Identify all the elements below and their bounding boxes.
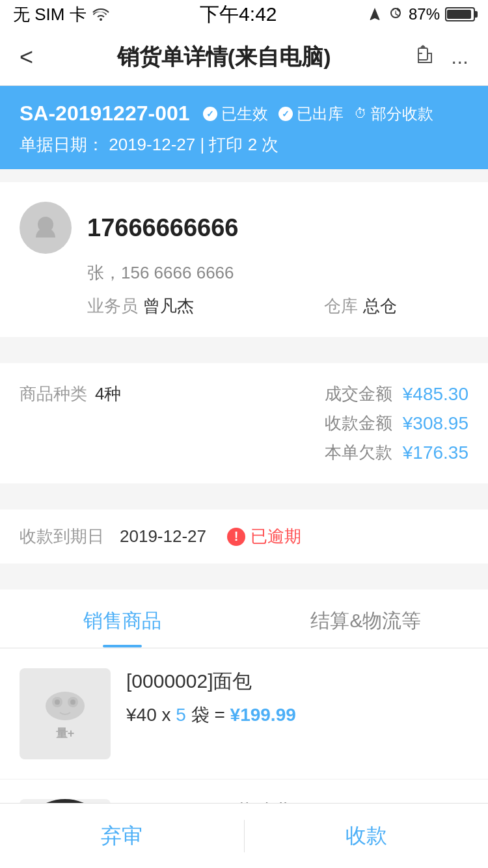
status-effective: 已生效 bbox=[203, 103, 268, 124]
divider-3 bbox=[0, 563, 488, 576]
customer-section: 17666666666 张，156 6666 6666 业务员 曾凡杰 仓库 总… bbox=[0, 182, 488, 337]
battery-text: 87% bbox=[409, 5, 440, 23]
received-label: 收款金额 bbox=[325, 412, 392, 435]
due-date-section: 收款到期日 2019-12-27 ! 已逾期 bbox=[0, 509, 488, 563]
cancel-button[interactable]: 弃审 bbox=[0, 809, 244, 863]
status-left: 无 SIM 卡 bbox=[13, 3, 110, 26]
battery-icon bbox=[445, 7, 475, 21]
product-total-1: ¥199.99 bbox=[230, 705, 296, 725]
order-banner: SA-20191227-001 已生效 已出库 ⏱ 部分收款 单据日期： 201… bbox=[0, 86, 488, 169]
product-unit-1: 袋 bbox=[191, 705, 210, 725]
product-price-row-1: ¥40 x 5 袋 = ¥199.99 bbox=[126, 703, 468, 727]
sales-value: 曾凡杰 bbox=[143, 295, 194, 318]
debt-row: 本单欠款 ¥176.35 bbox=[325, 441, 468, 464]
product-qty-1: 5 bbox=[176, 705, 186, 725]
print-count: 2 bbox=[248, 135, 257, 154]
warehouse-value: 总仓 bbox=[363, 295, 397, 318]
customer-name-detail: 张，156 6666 6666 bbox=[87, 262, 468, 284]
order-id: SA-20191227-001 bbox=[20, 102, 190, 126]
gps-icon bbox=[367, 7, 383, 22]
status-right: 87% bbox=[367, 5, 475, 23]
status-bar: 无 SIM 卡 下午4:42 87% bbox=[0, 0, 488, 29]
warehouse-label: 仓库 bbox=[324, 295, 358, 318]
received-row: 收款金额 ¥308.95 bbox=[325, 412, 468, 435]
print-label: | 打印 bbox=[200, 135, 243, 154]
overdue-icon: ! bbox=[227, 528, 245, 546]
summary-section: 商品种类 4种 成交金额 ¥485.30 收款金额 ¥308.95 本单欠款 ¥… bbox=[0, 363, 488, 483]
debt-value: ¥176.35 bbox=[403, 442, 468, 463]
order-date-row: 单据日期： 2019-12-27 | 打印 2 次 bbox=[20, 133, 468, 156]
time-display: 下午4:42 bbox=[200, 1, 277, 28]
divider-1 bbox=[0, 337, 488, 350]
nav-actions: ... bbox=[414, 44, 468, 70]
tab-sales-products[interactable]: 销售商品 bbox=[0, 590, 244, 647]
share-icon[interactable] bbox=[414, 44, 435, 70]
product-info-1: [0000002]面包 ¥40 x 5 袋 = ¥199.99 bbox=[126, 668, 468, 727]
nav-bar: < 销货单详情(来自电脑) ... bbox=[0, 29, 488, 86]
product-thumb-1: 量+ bbox=[20, 668, 111, 759]
customer-avatar bbox=[20, 202, 72, 254]
customer-info-row: 业务员 曾凡杰 仓库 总仓 bbox=[87, 295, 468, 318]
category-info: 商品种类 4种 bbox=[20, 383, 121, 405]
status-tags: 已生效 已出库 ⏱ 部分收款 bbox=[203, 103, 433, 124]
amount-value: ¥485.30 bbox=[403, 384, 468, 405]
product-name-1: [0000002]面包 bbox=[126, 668, 468, 695]
clock-icon: ⏱ bbox=[354, 106, 367, 121]
due-label: 收款到期日 bbox=[20, 525, 104, 548]
date-value: 2019-12-27 bbox=[109, 135, 195, 154]
amount-info: 成交金额 ¥485.30 收款金额 ¥308.95 本单欠款 ¥176.35 bbox=[325, 383, 468, 464]
svg-point-5 bbox=[55, 699, 60, 705]
print-suffix: 次 bbox=[262, 135, 278, 154]
product-x-1: x bbox=[162, 705, 176, 725]
wifi-icon bbox=[92, 8, 110, 21]
category-label: 商品种类 bbox=[20, 383, 87, 405]
sales-label: 业务员 bbox=[87, 295, 138, 318]
tabs-header: 销售商品 结算&物流等 bbox=[0, 590, 488, 649]
back-button[interactable]: < bbox=[20, 44, 33, 71]
page-title: 销货单详情(来自电脑) bbox=[117, 42, 331, 72]
status-shipped: 已出库 bbox=[278, 103, 344, 124]
confirm-button[interactable]: 收款 bbox=[245, 809, 489, 863]
date-label: 单据日期： bbox=[20, 135, 104, 154]
more-icon[interactable]: ... bbox=[451, 45, 468, 69]
carrier-text: 无 SIM 卡 bbox=[13, 3, 87, 26]
check-icon-1 bbox=[203, 107, 217, 121]
product-item-1: 量+ [0000002]面包 ¥40 x 5 袋 = ¥199.99 bbox=[0, 649, 488, 780]
overdue-text: 已逾期 bbox=[251, 525, 301, 548]
product-eq-1: = bbox=[214, 705, 230, 725]
category-value: 4种 bbox=[95, 383, 121, 405]
tab-settlement[interactable]: 结算&物流等 bbox=[244, 590, 488, 647]
svg-point-2 bbox=[46, 692, 85, 720]
amount-label: 成交金额 bbox=[325, 383, 392, 405]
check-icon-2 bbox=[278, 107, 293, 121]
overdue-badge: ! 已逾期 bbox=[227, 525, 301, 548]
status-partial-payment: ⏱ 部分收款 bbox=[354, 103, 433, 124]
divider-2 bbox=[0, 483, 488, 496]
received-value: ¥308.95 bbox=[403, 413, 468, 434]
debt-label: 本单欠款 bbox=[325, 441, 392, 464]
due-date-value: 2019-12-27 bbox=[120, 526, 206, 547]
amount-row: 成交金额 ¥485.30 bbox=[325, 383, 468, 405]
svg-point-6 bbox=[70, 699, 75, 705]
bottom-bar: 弃审 收款 bbox=[0, 803, 488, 868]
product-price-1: ¥40 bbox=[126, 705, 157, 725]
customer-phone: 17666666666 bbox=[87, 214, 238, 242]
alarm-icon bbox=[388, 7, 403, 22]
